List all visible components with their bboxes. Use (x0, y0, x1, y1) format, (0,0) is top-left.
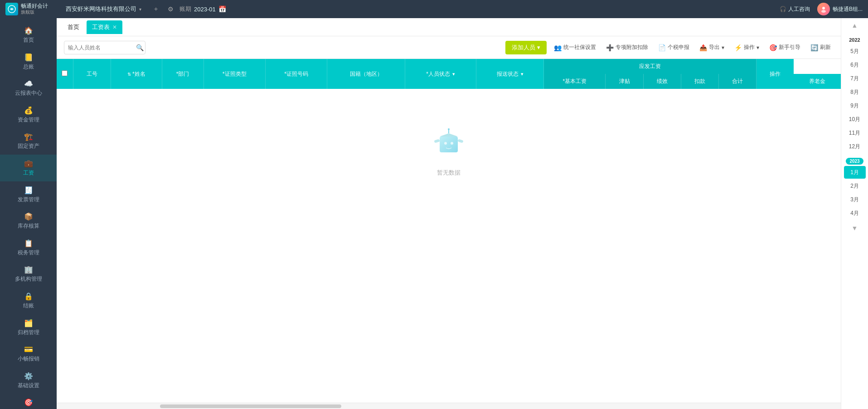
header-actions: ＋ ⚙ (150, 4, 176, 15)
invoice-icon: 🧾 (24, 186, 33, 195)
month-2022-11[interactable]: 11月 (844, 127, 866, 139)
sidebar-item-multi[interactable]: 🏢 多机构管理 (0, 261, 57, 287)
deduction-button[interactable]: ➕ 专项附加扣除 (603, 42, 651, 53)
export-chevron-icon: ▾ (722, 44, 724, 51)
svg-rect-3 (440, 136, 458, 152)
svg-point-6 (451, 142, 453, 145)
inventory-icon: 📦 (24, 212, 33, 221)
month-2022-7[interactable]: 7月 (844, 72, 866, 85)
month-2022-6[interactable]: 6月 (844, 58, 866, 71)
svg-point-1 (822, 7, 825, 10)
month-2023-1[interactable]: 1月 (844, 166, 866, 179)
chevron-down-icon: ▾ (139, 7, 141, 12)
month-2022-8[interactable]: 8月 (844, 86, 866, 98)
sidebar-item-tax[interactable]: 📋 税务管理 (0, 234, 57, 261)
svg-point-2 (821, 10, 826, 13)
search-box[interactable]: 🔍 (64, 41, 145, 54)
period-value[interactable]: 2023-01 (194, 6, 216, 13)
select-all-checkbox[interactable] (62, 70, 68, 76)
th-deduct: 扣款 (681, 74, 718, 89)
th-report-status: 报送状态 ▾ (476, 59, 544, 89)
month-2022-12[interactable]: 12月 (844, 140, 866, 153)
sidebar-item-salary[interactable]: 💼 工资 (0, 155, 57, 181)
logo-area: 畅通好会计 旗舰版 (5, 3, 62, 15)
bottom-scrollbar[interactable] (57, 403, 841, 409)
tab-salary-label: 工资表 (92, 23, 110, 31)
month-2023-3[interactable]: 3月 (844, 193, 866, 206)
sidebar-item-closing[interactable]: 🔒 结账 (0, 287, 57, 314)
period-label: 账期 (179, 5, 191, 13)
tab-home[interactable]: 首页 (62, 20, 85, 34)
content-area: 首页 工资表 ✕ 🔍 添加人员 ▾ 👥 统一社保设置 (57, 18, 841, 409)
sidebar-item-archive[interactable]: 🗂️ 归档管理 (0, 314, 57, 341)
tab-salary[interactable]: 工资表 ✕ (87, 20, 122, 34)
tab-close-button[interactable]: ✕ (112, 24, 117, 30)
sidebar-item-assets[interactable]: 🏗️ 固定资产 (0, 128, 57, 155)
month-2023-2[interactable]: 2月 (844, 180, 866, 192)
next-year-button[interactable]: ▼ (849, 223, 860, 234)
top-header: 畅通好会计 旗舰版 西安虾米网络科技有限公司 ▾ ＋ ⚙ 账期 2023-01 … (0, 0, 868, 18)
settings-button[interactable]: ⚙ (165, 4, 176, 15)
scroll-thumb[interactable] (160, 404, 341, 408)
operation-button[interactable]: ⚡ 操作 ▾ (732, 42, 762, 53)
status-filter-icon[interactable]: ▾ (452, 71, 455, 77)
month-2023-4[interactable]: 4月 (844, 207, 866, 219)
sidebar-item-cloud[interactable]: ☁️ 云报表中心 (0, 75, 57, 102)
operation-chevron-icon: ▾ (756, 44, 759, 51)
salary-table: 工号 ⇅ *姓名 *部门 *证照类型 *证照号码 国籍（地区） *人员状态 ▾ … (57, 59, 841, 213)
sidebar-item-inventory[interactable]: 📦 库存核算 (0, 208, 57, 234)
sidebar-item-expense[interactable]: 💳 小畅报销 (0, 341, 57, 367)
add-person-label: 添加人员 (512, 44, 535, 52)
tax-icon: 📋 (24, 239, 33, 248)
social-settings-button[interactable]: 👥 统一社保设置 (551, 42, 599, 53)
month-2022-10[interactable]: 10月 (844, 113, 866, 126)
user-info[interactable]: 畅捷通B组... (817, 3, 863, 15)
sidebar-item-label: 结账 (23, 302, 34, 310)
cloud-icon: ☁️ (24, 79, 33, 88)
sidebar-item-ledger[interactable]: 📒 总账 (0, 49, 57, 75)
sidebar-item-guide[interactable]: 🎯 新手引导 (0, 394, 57, 409)
year-2022-label: 2022 (849, 37, 860, 43)
th-dept: *部门 (162, 59, 204, 89)
tax-report-button[interactable]: 📄 个税申报 (655, 42, 692, 53)
refresh-button[interactable]: 🔄 刷新 (808, 42, 834, 53)
sidebar-item-label: 归档管理 (18, 329, 39, 336)
report-filter-icon[interactable]: ▾ (521, 71, 524, 77)
sidebar-item-settings[interactable]: ⚙️ 基础设置 (0, 367, 57, 394)
month-2022-9[interactable]: 9月 (844, 99, 866, 112)
tab-bar: 首页 工资表 ✕ (57, 18, 841, 36)
ledger-icon: 📒 (24, 53, 33, 62)
th-no: 工号 (73, 59, 111, 89)
table-container[interactable]: 工号 ⇅ *姓名 *部门 *证照类型 *证照号码 国籍（地区） *人员状态 ▾ … (57, 59, 841, 403)
sidebar-item-label: 库存核算 (18, 223, 39, 230)
sidebar-item-home[interactable]: 🏠 首页 (0, 22, 57, 49)
add-person-button[interactable]: 添加人员 ▾ (505, 41, 547, 54)
sidebar-item-fund[interactable]: 💰 资金管理 (0, 102, 57, 128)
add-company-button[interactable]: ＋ (150, 4, 161, 15)
headset-icon: 🎧 (780, 6, 786, 12)
salary-icon: 💼 (24, 159, 33, 168)
guide-button[interactable]: 🎯 新手引导 (766, 42, 803, 53)
period-area: 账期 2023-01 📅 (179, 5, 226, 13)
logo-icon (5, 3, 18, 15)
month-2022-5[interactable]: 5月 (844, 45, 866, 58)
fund-icon: 💰 (24, 106, 33, 115)
sidebar-item-label: 总账 (23, 63, 34, 71)
service-button[interactable]: 🎧 人工咨询 (780, 5, 810, 13)
operation-icon: ⚡ (734, 44, 742, 51)
th-operation: 操作 (756, 59, 794, 89)
calendar-icon[interactable]: 📅 (218, 5, 226, 13)
settings-icon: ⚙️ (24, 372, 33, 380)
company-selector[interactable]: 西安虾米网络科技有限公司 ▾ (62, 3, 145, 15)
search-input[interactable] (68, 44, 136, 51)
sidebar-item-invoice[interactable]: 🧾 发票管理 (0, 181, 57, 208)
sidebar-item-label: 基础设置 (18, 382, 39, 390)
prev-year-button[interactable]: ▲ (849, 20, 860, 31)
th-checkbox[interactable] (57, 59, 73, 89)
tab-home-label: 首页 (68, 23, 79, 31)
th-nation: 国籍（地区） (327, 59, 405, 89)
empty-state: 暂无数据 (57, 89, 841, 213)
refresh-icon: 🔄 (810, 44, 818, 51)
expense-icon: 💳 (24, 345, 33, 354)
export-button[interactable]: 📤 导出 ▾ (697, 42, 727, 53)
